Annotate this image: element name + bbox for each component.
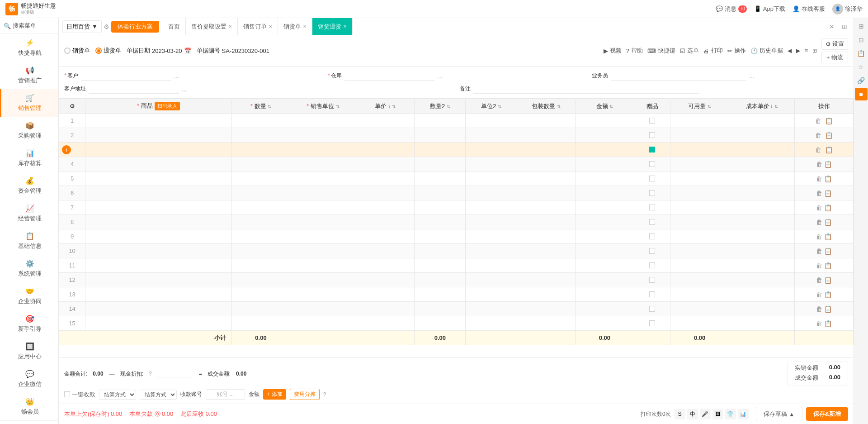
sidebar-item-member[interactable]: 👑 畅会员 bbox=[0, 393, 58, 420]
toolbar-shortcuts[interactable]: ⌨ 快捷键 bbox=[647, 47, 675, 55]
tab-sales-return[interactable]: 销货退货 ✕ bbox=[312, 18, 353, 35]
bottom-icon-mic[interactable]: 🎤 bbox=[700, 409, 711, 419]
add-row-btn[interactable]: + bbox=[62, 145, 71, 154]
delete-btn[interactable]: 🗑 bbox=[815, 189, 823, 198]
tab-sales-out-close[interactable]: ✕ bbox=[303, 24, 307, 29]
delete-btn[interactable]: 🗑 bbox=[815, 218, 823, 227]
salesperson-dots[interactable]: ... bbox=[749, 72, 755, 80]
one-click-pay-checkbox[interactable]: 一键收款 bbox=[64, 391, 95, 399]
message-btn[interactable]: 💬 消息 70 bbox=[716, 5, 747, 13]
delete-btn[interactable]: 🗑 bbox=[815, 247, 823, 256]
right-sidebar-grid2[interactable]: ⊟ bbox=[855, 33, 868, 46]
online-service-btn[interactable]: 👤 在线客服 bbox=[793, 5, 825, 13]
copy-btn[interactable]: 📋 bbox=[823, 218, 833, 227]
bottom-icon-img[interactable]: 🖼 bbox=[712, 409, 723, 419]
qty2-cell-active[interactable] bbox=[415, 143, 466, 157]
bottom-icon-s[interactable]: S bbox=[675, 409, 685, 419]
qty-cell[interactable] bbox=[231, 114, 290, 128]
toolbar-help[interactable]: ? 帮助 bbox=[626, 47, 643, 55]
warehouse-input[interactable]: 总仓 bbox=[344, 71, 435, 81]
warehouse-dots[interactable]: ... bbox=[438, 72, 443, 80]
copy-btn[interactable]: 📋 bbox=[823, 276, 833, 285]
amount-cell-active[interactable] bbox=[576, 143, 634, 157]
user-area[interactable]: 👤 徐泽华 bbox=[832, 4, 863, 14]
bottom-icon-zh[interactable]: 中 bbox=[687, 409, 698, 419]
tab-sales-out[interactable]: 销货单 ✕ bbox=[278, 18, 312, 35]
sales-unit-cell-active[interactable] bbox=[290, 143, 356, 157]
fee-help-icon[interactable]: ? bbox=[323, 391, 326, 398]
tab-sales-order-close[interactable]: ✕ bbox=[269, 24, 272, 29]
toolbar-print[interactable]: 🖨 打印 bbox=[703, 47, 723, 55]
gift-checkbox[interactable] bbox=[649, 262, 655, 268]
unit-price-cell[interactable] bbox=[356, 114, 414, 128]
unit-price-cell-active[interactable] bbox=[356, 143, 414, 157]
th-unit2-sort-icon[interactable]: ⇅ bbox=[498, 104, 501, 109]
th-cost-info-icon[interactable]: ℹ bbox=[771, 104, 773, 109]
copy-btn[interactable]: 📋 bbox=[823, 189, 833, 198]
right-sidebar-list[interactable]: 📋 bbox=[855, 47, 868, 60]
gift-checkbox-active[interactable] bbox=[649, 147, 655, 152]
qty2-cell[interactable] bbox=[415, 114, 466, 128]
delete-btn[interactable]: 🗑 bbox=[815, 232, 823, 241]
gift-checkbox[interactable] bbox=[649, 118, 655, 124]
copy-btn[interactable]: 📋 bbox=[823, 247, 833, 256]
customer-addr-dots[interactable]: ... bbox=[182, 86, 187, 93]
qty-cell-active[interactable] bbox=[231, 143, 290, 157]
notes-input[interactable] bbox=[473, 84, 699, 94]
tab-more-icon[interactable]: ⊞ bbox=[839, 22, 850, 31]
amount-cell[interactable] bbox=[576, 128, 634, 143]
delete-btn-active[interactable]: 🗑 bbox=[814, 145, 822, 154]
copy-btn[interactable]: 📋 bbox=[823, 174, 833, 183]
copy-btn[interactable]: 📋 bbox=[823, 305, 833, 314]
gift-checkbox[interactable] bbox=[649, 176, 655, 181]
sidebar-search[interactable]: 🔍 搜索菜单 bbox=[0, 18, 58, 34]
right-sidebar-link[interactable]: 🔗 bbox=[855, 74, 868, 87]
cash-discount-input[interactable] bbox=[157, 371, 193, 377]
right-sidebar-star[interactable]: ☆ bbox=[855, 61, 868, 73]
copy-btn-active[interactable]: 📋 bbox=[824, 145, 834, 154]
gift-checkbox[interactable] bbox=[649, 161, 655, 167]
radio-sales-out[interactable]: 销货单 bbox=[64, 47, 90, 55]
qty-cell[interactable] bbox=[231, 128, 290, 143]
cost-price-cell[interactable] bbox=[729, 128, 795, 143]
gift-checkbox[interactable] bbox=[649, 219, 655, 225]
account-dotted[interactable]: 账号 ... bbox=[206, 389, 245, 400]
toolbar-select[interactable]: ☑ 选单 bbox=[680, 47, 699, 55]
delete-btn[interactable]: 🗑 bbox=[815, 174, 823, 183]
calendar-icon[interactable]: 📅 bbox=[184, 48, 191, 54]
unit2-cell-active[interactable] bbox=[466, 143, 517, 157]
tab-sales-order[interactable]: 销售订单 ✕ bbox=[238, 18, 278, 35]
bottom-icon-shirt[interactable]: 👕 bbox=[725, 409, 736, 419]
delete-btn[interactable]: 🗑 bbox=[815, 290, 823, 299]
sidebar-item-marketing[interactable]: 📢 营销推广 bbox=[0, 62, 58, 89]
settlement-select[interactable]: 结算方式 bbox=[99, 390, 136, 400]
fee-split-btn[interactable]: 费用分摊 bbox=[290, 389, 320, 400]
copy-btn[interactable]: 📋 bbox=[823, 319, 833, 328]
product-cell-active[interactable] bbox=[85, 143, 232, 157]
sidebar-item-finance[interactable]: 💰 资金管理 bbox=[0, 172, 58, 200]
delete-btn[interactable]: 🗑 bbox=[815, 261, 823, 270]
settings-btn[interactable]: ⚙ 设置 bbox=[821, 38, 848, 50]
customer-addr-input[interactable] bbox=[89, 84, 179, 94]
delete-btn[interactable]: 🗑 bbox=[814, 131, 822, 140]
sidebar-item-purchase[interactable]: 📦 采购管理 bbox=[0, 117, 58, 144]
sidebar-item-basic[interactable]: 📋 基础信息 bbox=[0, 227, 58, 255]
th-gear[interactable]: ⚙ bbox=[59, 99, 85, 114]
bottom-icon-chart[interactable]: 📊 bbox=[738, 409, 749, 419]
copy-btn[interactable]: 📋 bbox=[824, 131, 834, 140]
th-unit-sort-icon[interactable]: ⇅ bbox=[336, 104, 340, 109]
customer-dots[interactable]: ... bbox=[174, 72, 179, 80]
th-qty-sort-icon[interactable]: ⇅ bbox=[268, 104, 271, 109]
th-qty2-sort-icon[interactable]: ⇅ bbox=[447, 104, 450, 109]
copy-btn[interactable]: 📋 bbox=[823, 203, 833, 212]
delete-btn[interactable]: 🗑 bbox=[815, 305, 823, 314]
tab-price-setting[interactable]: 售价提取设置 ✕ bbox=[186, 18, 238, 35]
settings-gear-icon[interactable]: ⚙ bbox=[104, 23, 109, 30]
pack-qty-cell[interactable] bbox=[517, 114, 575, 128]
pack-qty-cell-active[interactable] bbox=[517, 143, 575, 157]
gift-checkbox[interactable] bbox=[649, 233, 655, 239]
pack-qty-cell[interactable] bbox=[517, 128, 575, 143]
delete-btn[interactable]: 🗑 bbox=[814, 116, 822, 125]
gift-checkbox[interactable] bbox=[649, 277, 655, 283]
experience-btn[interactable]: 体验行业方案 bbox=[111, 21, 159, 33]
